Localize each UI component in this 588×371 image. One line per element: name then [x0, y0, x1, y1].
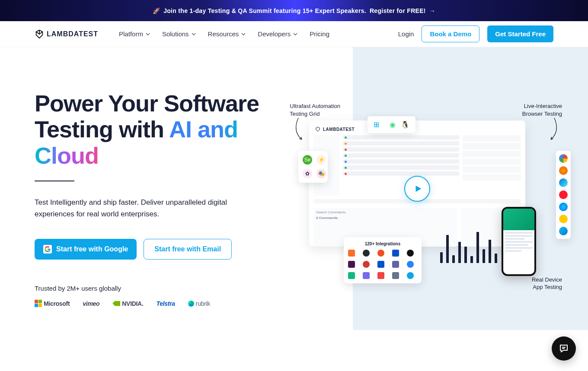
curve-arrow-icon [546, 117, 559, 143]
nav-developers[interactable]: Developers [258, 30, 297, 38]
anno-live-l1: Live-Interactive [522, 102, 562, 110]
nav-pricing[interactable]: Pricing [310, 30, 329, 38]
selenium-icon: Se [303, 155, 312, 165]
login-link[interactable]: Login [398, 30, 414, 38]
phone-mockup [502, 207, 536, 276]
curve-arrow-icon [293, 117, 306, 143]
anno-automation: Ultrafast Automation Testing Grid [290, 102, 340, 117]
integrations-card: 120+ Integrations [344, 237, 422, 283]
logo-rubrik: rubrik [188, 300, 210, 307]
nav-solutions-label: Solutions [162, 30, 189, 38]
hero-title: Power Your Software Testing with AI and … [35, 90, 268, 168]
header: LAMBDATEST Platform Solutions Resources … [0, 21, 588, 47]
main-nav: Platform Solutions Resources Developers … [119, 30, 329, 38]
rocket-icon: 🚀 [153, 7, 160, 14]
integration-icon [377, 272, 384, 279]
nav-resources[interactable]: Resources [208, 30, 246, 38]
cmd-search-label: Search Commands [316, 210, 454, 214]
start-google-button[interactable]: Start free with Google [35, 239, 137, 260]
arrow-right-icon: → [429, 7, 435, 14]
chevron-down-icon [241, 32, 246, 36]
anno-live-browser: Live-Interactive Browser Testing [522, 102, 562, 117]
logo-nvidia: NVIDIA. [112, 300, 143, 307]
nav-platform-label: Platform [119, 30, 143, 38]
logo-microsoft: Microsoft [35, 300, 70, 307]
jenkins-icon [363, 261, 370, 268]
hero-illustration: Ultrafast Automation Testing Grid Live-I… [268, 47, 553, 330]
integrations-grid [348, 250, 417, 279]
hero-ctas: Start free with Google Start free with E… [35, 239, 268, 260]
announce-cta[interactable]: Register for FREE! [370, 7, 426, 14]
integration-icon [407, 272, 414, 279]
app-device-list [463, 135, 521, 196]
nvidia-icon [112, 301, 120, 306]
android-icon: ◉ [390, 120, 396, 129]
nav-platform[interactable]: Platform [119, 30, 150, 38]
masks-icon: 🎭 [316, 169, 326, 178]
asana-icon [377, 250, 384, 257]
chrome-icon [559, 154, 568, 163]
trusted-text: Trusted by 2M+ users globally [35, 285, 268, 292]
ie-icon [559, 227, 568, 235]
logo-vimeo: vimeo [83, 300, 99, 307]
os-selector-card: ⊞ ◉ 🐧 [368, 116, 415, 133]
chevron-down-icon [192, 32, 196, 36]
google-icon [43, 245, 52, 254]
nav-resources-label: Resources [208, 30, 239, 38]
trello-icon [407, 261, 414, 268]
integration-icon [348, 272, 355, 279]
nav-developers-label: Developers [258, 30, 291, 38]
anno-real-l2: App Testing [532, 283, 562, 291]
hero-section: Power Your Software Testing with AI and … [0, 47, 588, 330]
anno-real-l1: Real Device [532, 276, 562, 284]
logo[interactable]: LAMBDATEST [35, 29, 98, 39]
anno-real-device: Real Device App Testing [532, 276, 562, 291]
linux-icon: 🐧 [401, 120, 409, 129]
cmd-count: 6 Commands [316, 216, 454, 220]
play-video-button[interactable] [404, 176, 430, 202]
teams-icon [392, 261, 399, 268]
get-started-button[interactable]: Get Started Free [487, 25, 553, 42]
nav-pricing-label: Pricing [310, 30, 329, 38]
nav-solutions[interactable]: Solutions [162, 30, 196, 38]
phone-app-body [503, 230, 534, 255]
anno-automation-l1: Ultrafast Automation [290, 102, 340, 110]
hero-content: Power Your Software Testing with AI and … [35, 47, 268, 330]
app-preview-brand: LAMBDATEST [323, 127, 355, 132]
book-demo-button[interactable]: Book a Demo [422, 25, 479, 42]
divider [35, 181, 74, 181]
bitbucket-icon [392, 250, 399, 257]
phone-app-header [503, 209, 534, 230]
rubrik-icon [188, 301, 194, 307]
chevron-down-icon [146, 32, 150, 36]
github-icon [363, 250, 370, 257]
announcement-bar[interactable]: 🚀 Join the 1-day Testing & QA Summit fea… [0, 0, 588, 21]
safari-icon [559, 203, 568, 211]
browsers-card [556, 151, 571, 239]
analytics-bars [440, 224, 497, 263]
integrations-title: 120+ Integrations [348, 241, 417, 246]
logo-mark-icon [315, 127, 320, 132]
chevron-down-icon [293, 32, 297, 36]
header-actions: Login Book a Demo Get Started Free [398, 25, 553, 42]
integration-icon [392, 272, 399, 279]
frameworks-card: Se ⚡ ✿ 🎭 [298, 151, 328, 183]
microsoft-icon [35, 300, 42, 307]
logo-telstra: Telstra [157, 300, 175, 307]
logo-mark-icon [35, 29, 44, 39]
yandex-icon [559, 215, 568, 223]
hero-subtitle: Test Intelligently and ship faster. Deli… [35, 197, 238, 220]
integration-icon [363, 272, 370, 279]
slack-icon [348, 261, 355, 268]
app-build-list [343, 135, 459, 196]
play-icon [413, 184, 423, 193]
circleci-icon [407, 250, 414, 257]
announce-text: Join the 1-day Testing & QA Summit featu… [163, 7, 366, 14]
jira-icon [377, 261, 384, 268]
anno-live-l2: Browser Testing [522, 110, 562, 118]
start-email-button[interactable]: Start free with Email [144, 239, 232, 260]
firefox-icon [559, 166, 568, 175]
anno-automation-l2: Testing Grid [290, 110, 340, 118]
app-preview-header: LAMBDATEST [313, 125, 521, 135]
opera-icon [559, 190, 568, 199]
